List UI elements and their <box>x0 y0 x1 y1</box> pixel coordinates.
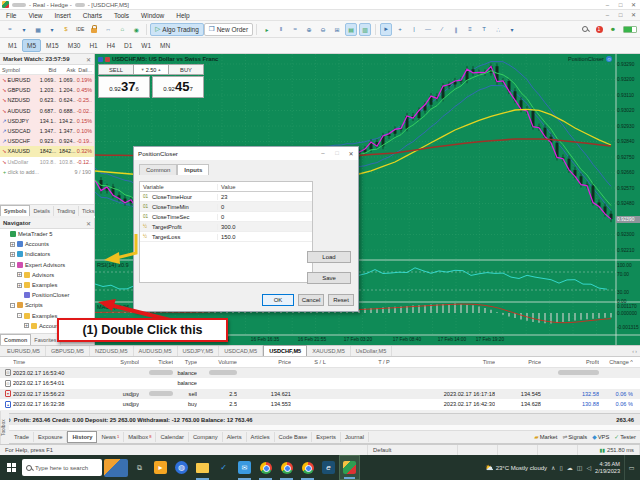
value-cell[interactable]: 300.0 <box>217 224 312 230</box>
dollar-icon[interactable]: $ <box>60 23 72 36</box>
timeframe-mn[interactable]: MN <box>156 40 174 51</box>
crosshair-icon[interactable]: + <box>394 23 406 36</box>
history-column-price[interactable]: Price <box>495 359 541 365</box>
add-chart-icon[interactable]: ▤ <box>345 23 357 36</box>
weather-status[interactable]: ⛅ 23°C Mostly cloudy <box>485 464 547 472</box>
history-column-time[interactable]: Time <box>419 359 495 365</box>
menu-insert[interactable]: Insert <box>48 12 76 19</box>
toolbox-tab-calendar[interactable]: Calendar <box>156 432 189 442</box>
dialog-title-bar[interactable]: PositionCloser – □ ✕ <box>134 147 358 160</box>
taskbar-app-chrome-3[interactable] <box>297 455 318 480</box>
tray-network-icon[interactable]: ◫ <box>577 464 583 471</box>
market-watch-row-usdjpy[interactable]: ↗USDJPY134.1..134.2..0.15% <box>0 116 94 126</box>
horizontal-line-icon[interactable]: — <box>422 23 434 36</box>
expand-icon[interactable]: + <box>10 242 15 247</box>
publish-icon[interactable]: ⌂ <box>116 23 128 36</box>
timeframe-m5[interactable]: M5 <box>22 39 41 52</box>
chart-tab-usdcadm5[interactable]: USDCAD,M5 <box>219 346 263 356</box>
market-watch-row-usdollar[interactable]: ↘UsDollar103.8..103.8..-0.12.. <box>0 157 94 167</box>
caret-icon[interactable]: ▾ <box>506 23 518 36</box>
history-row[interactable]: ⊙2023.02.17 16:54:01balance <box>0 378 640 389</box>
collapse-icon[interactable]: - <box>10 303 15 308</box>
menu-help[interactable]: Help <box>170 12 195 19</box>
taskbar-app-metatrader5[interactable] <box>339 455 360 480</box>
trendline-icon[interactable]: ∕ <box>436 23 448 36</box>
tab-common[interactable]: Common <box>139 164 177 175</box>
ea-smiley-icon[interactable]: ☺ <box>606 56 612 62</box>
expand-icon[interactable]: + <box>17 283 22 288</box>
chart-layout-icon[interactable]: ▦ <box>32 23 44 36</box>
tray-volume-icon[interactable]: ◁ <box>586 464 591 471</box>
tray-mic-icon[interactable]: ▯ <box>560 464 563 471</box>
column-header-ask[interactable]: Ask <box>56 67 75 73</box>
input-row-closetimehour[interactable]: 01CloseTimeHour23 <box>140 192 312 202</box>
taskbar-app-chrome-1[interactable] <box>255 455 276 480</box>
cancel-button[interactable]: Cancel <box>298 294 324 306</box>
taskbar-clock[interactable]: 4:36 AM 2/19/2023 <box>595 461 620 474</box>
toolbox-button-market[interactable]: ▰Market <box>534 434 557 440</box>
text-icon[interactable]: T <box>478 23 490 36</box>
dialog-minimize-icon[interactable]: – <box>316 150 330 157</box>
menu-charts[interactable]: Charts <box>77 12 108 19</box>
navigator-tab-common[interactable]: Common <box>0 334 31 345</box>
navigator-close-icon[interactable]: ✕ <box>86 220 91 227</box>
toolbox-button-vps[interactable]: ◆VPS <box>592 434 609 440</box>
chart-tab-nzdusdm5[interactable]: NZDUSD,M5 <box>90 346 134 356</box>
market-watch-row-nzdusd[interactable]: ↘NZDUSD0.623..0.624..-0.25.. <box>0 95 94 105</box>
taskbar-app-file-explorer[interactable] <box>192 455 213 480</box>
tester-icon[interactable]: ▸ <box>261 23 273 36</box>
taskbar-app-mail[interactable]: ✉ <box>234 455 255 480</box>
chart-tab-gbpusdm5[interactable]: GBPUSD,M5 <box>46 346 90 356</box>
market-watch-row-usdchf[interactable]: ↗USDCHF0.923..0.924..-0.19.. <box>0 136 94 146</box>
toolbox-tab-code-base[interactable]: Code Base <box>275 432 313 442</box>
taskbar-app-weather-widget[interactable] <box>102 455 129 480</box>
caret-icon[interactable]: ▾ <box>18 23 30 36</box>
input-row-targetloss[interactable]: ½TargetLoss150.0 <box>140 232 312 242</box>
caret-icon[interactable]: ▾ <box>46 23 58 36</box>
toolbox-tab-mailbox[interactable]: Mailbox8 <box>124 432 156 442</box>
column-header-bid[interactable]: Bid <box>37 67 56 73</box>
input-row-closetimemin[interactable]: 01CloseTimeMin0 <box>140 202 312 212</box>
cursor-icon[interactable]: ► <box>380 23 392 36</box>
status-connection[interactable]: ▮▮ 251.80 ms <box>578 445 640 455</box>
timeframe-m1[interactable]: M1 <box>4 40 21 51</box>
market-watch-tab-trading[interactable]: Trading <box>54 206 79 216</box>
chart-tab-audusdm5[interactable]: AUDUSD,M5 <box>134 346 178 356</box>
navigator-item-positioncloser[interactable]: PositionCloser <box>0 290 94 300</box>
lot-increase-icon[interactable]: ▴ <box>158 67 160 72</box>
value-cell[interactable]: 0 <box>217 214 312 220</box>
collapse-icon[interactable]: - <box>17 313 22 318</box>
history-column-sl[interactable]: S / L <box>291 359 349 365</box>
value-cell[interactable]: 23 <box>217 194 312 200</box>
history-column-tp[interactable]: T / P <box>349 359 419 365</box>
connection-status-icon[interactable] <box>621 23 639 36</box>
toolbox-button-tester[interactable]: ✓Tester <box>614 434 636 440</box>
toolbox-tab-history[interactable]: History <box>67 431 97 443</box>
chart-tab-eurusdm5[interactable]: EURUSD,M5 <box>2 346 46 356</box>
tab-inputs[interactable]: Inputs <box>177 164 209 175</box>
account-icon[interactable]: ☻ <box>607 23 619 36</box>
toolbox-tab-journal[interactable]: Journal <box>341 432 369 442</box>
expand-icon[interactable]: + <box>24 323 29 328</box>
menu-window[interactable]: Window <box>135 12 170 19</box>
close-button[interactable]: ✕ <box>627 1 640 9</box>
history-row[interactable]: ▴2023.02.17 16:32:38usdjpybuy2.5134.5532… <box>0 399 640 410</box>
value-cell[interactable]: 150.0 <box>217 234 312 240</box>
history-column-price[interactable]: Price <box>237 359 291 365</box>
chart-tab-scroll-icons[interactable]: ‹ › <box>632 348 637 356</box>
new-order-button[interactable]: ❒ New Order <box>204 23 253 36</box>
tile-windows-icon[interactable]: ⊞ <box>331 23 343 36</box>
tray-chevron-up-icon[interactable]: ∧ <box>551 464 555 471</box>
history-column-symbol[interactable]: Symbol <box>99 359 139 365</box>
market-watch-add-row[interactable]: + click to add... 9 / 190 <box>0 167 94 177</box>
start-button[interactable] <box>0 455 22 480</box>
ticks-icon[interactable]: ≈ <box>289 23 301 36</box>
link-icon[interactable]: ↔ <box>102 23 114 36</box>
status-profile[interactable]: Default <box>368 445 458 455</box>
reset-button[interactable]: Reset <box>328 294 354 306</box>
minimize-button[interactable]: – <box>601 1 614 9</box>
history-column-change[interactable]: Change ^ <box>599 359 633 365</box>
toolbox-tab-company[interactable]: Company <box>189 432 223 442</box>
navigator-item-expert-advisors[interactable]: -Expert Advisors <box>0 260 94 270</box>
toolbox-tab-exposure[interactable]: Exposure <box>34 432 68 442</box>
